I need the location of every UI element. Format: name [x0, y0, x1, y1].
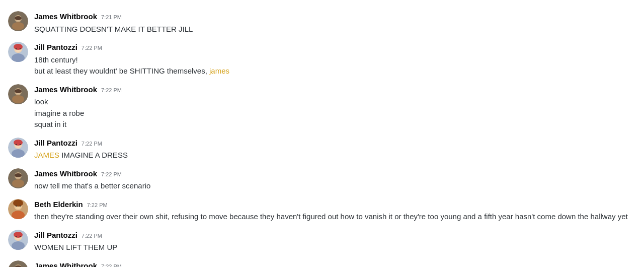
- message-header-6: Beth Elderkin 7:22 PM: [34, 199, 636, 211]
- username-james-2: James Whitbrook: [34, 84, 97, 96]
- svg-point-35: [20, 205, 21, 206]
- message-content-6: Beth Elderkin 7:22 PM then they're stand…: [34, 199, 636, 223]
- message-header-1: James Whitbrook 7:21 PM: [34, 11, 636, 23]
- svg-point-40: [14, 232, 23, 238]
- message-content-3: James Whitbrook 7:22 PM look imagine a r…: [34, 84, 636, 130]
- avatar-james-3: [8, 168, 28, 188]
- svg-point-34: [16, 205, 17, 206]
- svg-point-14: [12, 95, 24, 103]
- svg-point-33: [13, 199, 23, 207]
- message-text-3b: imagine a robe: [34, 108, 636, 119]
- svg-point-42: [20, 236, 21, 237]
- avatar-james-1: [8, 11, 28, 31]
- username-james-1: James Whitbrook: [34, 11, 97, 23]
- timestamp-2: 7:22 PM: [82, 44, 102, 52]
- avatar-jill-2: [8, 138, 28, 158]
- username-james-4: James Whitbrook: [34, 260, 97, 268]
- avatar-jill-3: [8, 230, 28, 250]
- mention-james: james: [209, 66, 229, 75]
- svg-point-11: [20, 48, 21, 49]
- message-text-6: then they're standing over their own shi…: [34, 211, 636, 223]
- message-header-7: Jill Pantozzi 7:22 PM: [34, 230, 636, 241]
- message-group-2: Jill Pantozzi 7:22 PM 18th century! but …: [8, 41, 636, 78]
- message-group-8: James Whitbrook 7:22 PM THESE WIZARDS AR…: [8, 259, 636, 268]
- message-text-2b: but at least they wouldnt' be SHITTING t…: [34, 65, 636, 77]
- svg-point-41: [16, 236, 17, 237]
- svg-rect-4: [15, 16, 22, 20]
- message-text-2a: 18th century!: [34, 54, 636, 66]
- message-text-3a: look: [34, 96, 636, 108]
- message-group-4: Jill Pantozzi 7:22 PM JAMES IMAGINE A DR…: [8, 137, 636, 162]
- timestamp-7: 7:22 PM: [82, 232, 102, 240]
- message-content-4: Jill Pantozzi 7:22 PM JAMES IMAGINE A DR…: [34, 138, 636, 161]
- message-content-2: Jill Pantozzi 7:22 PM 18th century! but …: [34, 42, 636, 77]
- svg-point-26: [12, 179, 24, 187]
- username-jill-2: Jill Pantozzi: [34, 138, 77, 149]
- message-text-4: JAMES IMAGINE A DRESS: [34, 150, 636, 161]
- message-content-7: Jill Pantozzi 7:22 PM WOMEN LIFT THEM UP: [34, 230, 636, 253]
- timestamp-6: 7:22 PM: [87, 201, 108, 210]
- message-group-5: James Whitbrook 7:22 PM now tell me that…: [8, 167, 636, 193]
- username-jill-1: Jill Pantozzi: [34, 42, 77, 53]
- svg-point-2: [12, 22, 24, 30]
- message-content-1: James Whitbrook 7:21 PM SQUATTING DOESN'…: [34, 11, 636, 35]
- svg-rect-28: [15, 173, 22, 177]
- svg-rect-16: [15, 89, 22, 93]
- avatar-jill-1: [8, 42, 28, 62]
- avatar-james-4: [8, 260, 28, 268]
- username-james-3: James Whitbrook: [34, 168, 97, 180]
- svg-point-21: [14, 140, 23, 146]
- svg-point-10: [16, 48, 17, 49]
- timestamp-8: 7:22 PM: [101, 262, 122, 268]
- message-content-8: James Whitbrook 7:22 PM THESE WIZARDS AR…: [34, 260, 636, 268]
- timestamp-4: 7:22 PM: [82, 140, 102, 148]
- message-text-3c: squat in it: [34, 119, 636, 130]
- message-header-4: Jill Pantozzi 7:22 PM: [34, 138, 636, 149]
- message-group-1: James Whitbrook 7:21 PM SQUATTING DOESN'…: [8, 10, 636, 36]
- message-text-5: now tell me that's a better scenario: [34, 180, 636, 192]
- message-text-1: SQUATTING DOESN'T MAKE IT BETTER JILL: [34, 24, 636, 35]
- username-jill-3: Jill Pantozzi: [34, 230, 77, 241]
- svg-point-22: [16, 144, 17, 145]
- message-group-3: James Whitbrook 7:22 PM look imagine a r…: [8, 83, 636, 131]
- message-group-7: Jill Pantozzi 7:22 PM WOMEN LIFT THEM UP: [8, 229, 636, 254]
- avatar-beth: [8, 199, 28, 219]
- timestamp-3: 7:22 PM: [101, 86, 122, 95]
- username-beth: Beth Elderkin: [34, 199, 83, 211]
- message-text-7: WOMEN LIFT THEM UP: [34, 242, 636, 253]
- timestamp-1: 7:21 PM: [101, 13, 122, 22]
- svg-point-9: [14, 44, 23, 50]
- svg-point-23: [20, 144, 21, 145]
- message-header-8: James Whitbrook 7:22 PM: [34, 260, 636, 268]
- message-header-3: James Whitbrook 7:22 PM: [34, 84, 636, 96]
- message-content-5: James Whitbrook 7:22 PM now tell me that…: [34, 168, 636, 192]
- message-header-5: James Whitbrook 7:22 PM: [34, 168, 636, 180]
- avatar-james-2: [8, 84, 28, 104]
- timestamp-5: 7:22 PM: [101, 170, 122, 179]
- message-group-6: Beth Elderkin 7:22 PM then they're stand…: [8, 198, 636, 224]
- message-header-2: Jill Pantozzi 7:22 PM: [34, 42, 636, 53]
- mention-james-2: JAMES: [34, 151, 59, 159]
